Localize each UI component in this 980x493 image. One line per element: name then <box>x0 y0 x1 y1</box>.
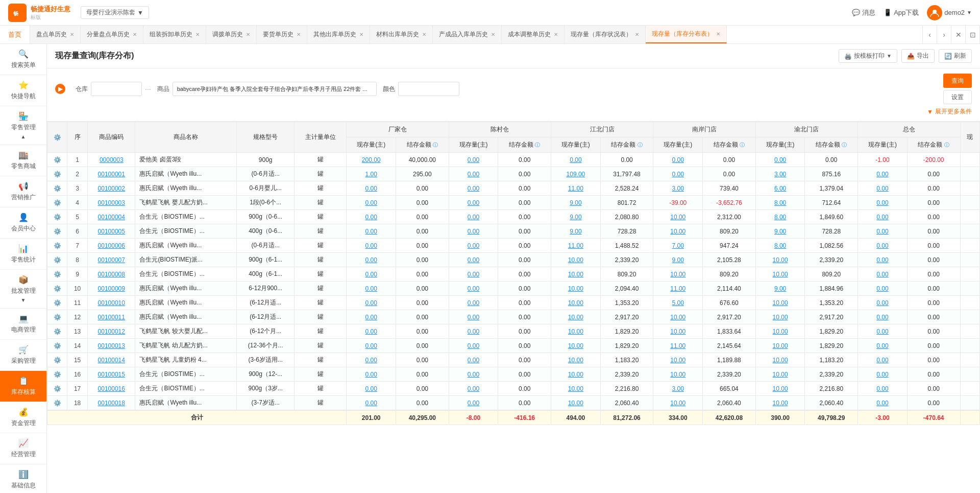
tab-close-stock-status[interactable]: ✕ <box>635 32 639 37</box>
cell-yubei-qty[interactable]: 10.00 <box>755 382 805 396</box>
cell-code[interactable]: 00100010 <box>88 296 135 310</box>
cell-yubei-qty[interactable]: 10.00 <box>755 396 805 411</box>
sidebar-item-basics[interactable]: ℹ️ 基础信息 <box>0 464 46 493</box>
cell-chen-qty[interactable]: 0.00 <box>449 153 498 167</box>
cell-factory-qty[interactable]: 0.00 <box>347 382 396 396</box>
row-settings-icon[interactable]: ⚙️ <box>54 400 61 407</box>
cell-settings[interactable]: ⚙️ <box>47 324 67 339</box>
cell-yubei-qty[interactable]: 3.00 <box>755 167 805 181</box>
cell-code[interactable]: 00100002 <box>88 181 135 196</box>
cell-settings[interactable]: ⚙️ <box>47 210 67 224</box>
tab-prev-btn[interactable]: ‹ <box>923 26 937 44</box>
cell-yubei-qty[interactable]: 8.00 <box>755 210 805 224</box>
cell-total-qty[interactable]: 0.00 <box>858 281 908 296</box>
tab-close-cost-adjust[interactable]: ✕ <box>554 32 558 37</box>
cell-factory-qty[interactable]: 0.00 <box>347 267 396 281</box>
cell-total-qty[interactable]: 0.00 <box>858 367 908 382</box>
tab-stock-distribution[interactable]: 现存量（库存分布表） ✕ <box>646 26 727 43</box>
row-settings-icon[interactable]: ⚙️ <box>54 271 61 278</box>
cell-factory-qty[interactable]: 0.00 <box>347 181 396 196</box>
cell-yubei-qty[interactable]: 8.00 <box>755 196 805 210</box>
cell-chen-qty[interactable]: 0.00 <box>449 396 498 411</box>
cell-yubei-qty[interactable]: 8.00 <box>755 239 805 253</box>
expand-btn[interactable]: ▼ 展开更多条件 <box>927 107 972 116</box>
cell-code[interactable]: 00100004 <box>88 210 135 224</box>
cell-nanan-qty[interactable]: 10.00 <box>653 224 703 239</box>
cell-total-qty[interactable]: 0.00 <box>858 339 908 353</box>
cell-jiangbei-qty[interactable]: 11.00 <box>551 239 601 253</box>
cell-nanan-qty[interactable]: 10.00 <box>653 396 703 411</box>
cell-jiangbei-qty[interactable]: 10.00 <box>551 396 601 411</box>
cell-factory-qty[interactable]: 0.00 <box>347 324 396 339</box>
cell-settings[interactable]: ⚙️ <box>47 196 67 210</box>
cell-total-qty[interactable]: 0.00 <box>858 210 908 224</box>
cell-nanan-qty[interactable]: 7.00 <box>653 239 703 253</box>
cell-nanan-qty[interactable]: 10.00 <box>653 310 703 324</box>
cell-yubei-qty[interactable]: 10.00 <box>755 339 805 353</box>
cell-jiangbei-qty[interactable]: 9.00 <box>551 210 601 224</box>
warehouse-input[interactable] <box>91 82 142 96</box>
cell-code[interactable]: 00100007 <box>88 253 135 267</box>
tab-expand-btn[interactable]: ⊡ <box>966 26 980 44</box>
query-btn[interactable]: 查询 <box>943 74 972 88</box>
cell-chen-qty[interactable]: 0.00 <box>449 181 498 196</box>
cell-jiangbei-qty[interactable]: 10.00 <box>551 324 601 339</box>
tab-home[interactable]: 首页 <box>0 26 30 43</box>
tab-close-all-btn[interactable]: ✕ <box>951 26 966 44</box>
cell-nanan-qty[interactable]: 10.00 <box>653 324 703 339</box>
cell-factory-qty[interactable]: 0.00 <box>347 281 396 296</box>
cell-total-qty[interactable]: 0.00 <box>858 181 908 196</box>
row-settings-icon[interactable]: ⚙️ <box>54 342 61 349</box>
cell-jiangbei-qty[interactable]: 0.00 <box>551 153 601 167</box>
tab-kit-disassemble[interactable]: 组装拆卸单历史 ✕ <box>143 26 206 43</box>
cell-nanan-qty[interactable]: 10.00 <box>653 210 703 224</box>
cell-total-qty[interactable]: 0.00 <box>858 253 908 267</box>
cell-chen-qty[interactable]: 0.00 <box>449 296 498 310</box>
tab-close-other-out[interactable]: ✕ <box>359 32 363 37</box>
cell-settings[interactable]: ⚙️ <box>47 367 67 382</box>
cell-jiangbei-qty[interactable]: 10.00 <box>551 253 601 267</box>
cell-yubei-qty[interactable]: 9.00 <box>755 281 805 296</box>
row-settings-icon[interactable]: ⚙️ <box>54 256 61 264</box>
row-settings-icon[interactable]: ⚙️ <box>54 371 61 378</box>
sidebar-item-retail-stats[interactable]: 📊 零售统计 <box>0 239 46 270</box>
tab-next-btn[interactable]: › <box>937 26 951 44</box>
row-settings-icon[interactable]: ⚙️ <box>54 156 61 163</box>
tab-close-transfer[interactable]: ✕ <box>246 32 250 37</box>
cell-factory-qty[interactable]: 0.00 <box>347 310 396 324</box>
row-settings-icon[interactable]: ⚙️ <box>54 285 61 292</box>
cell-factory-qty[interactable]: 0.00 <box>347 224 396 239</box>
cell-settings[interactable]: ⚙️ <box>47 224 67 239</box>
cell-nanan-qty[interactable]: 3.00 <box>653 181 703 196</box>
cell-jiangbei-qty[interactable]: 10.00 <box>551 339 601 353</box>
sidebar-item-wholesale[interactable]: 📦 批发管理 ▼ <box>0 270 46 309</box>
sidebar-item-search[interactable]: 🔍 搜索英单 <box>0 44 46 75</box>
user-menu[interactable]: demo2 ▼ <box>927 5 972 20</box>
cell-total-qty[interactable]: 0.00 <box>858 382 908 396</box>
sidebar-item-operations[interactable]: 📈 经营管理 <box>0 433 46 464</box>
cell-code[interactable]: 00100014 <box>88 353 135 367</box>
warehouse-dots[interactable]: ··· <box>145 85 151 93</box>
cell-chen-qty[interactable]: 0.00 <box>449 339 498 353</box>
cell-factory-qty[interactable]: 0.00 <box>347 353 396 367</box>
cell-code[interactable]: 00100008 <box>88 267 135 281</box>
cell-code[interactable]: 00100015 <box>88 367 135 382</box>
cell-yubei-qty[interactable]: 0.00 <box>755 153 805 167</box>
cell-settings[interactable]: ⚙️ <box>47 281 67 296</box>
cell-yubei-qty[interactable]: 10.00 <box>755 267 805 281</box>
sidebar-item-inventory[interactable]: 📋 库存核算 <box>0 371 46 402</box>
cell-yubei-qty[interactable]: 10.00 <box>755 353 805 367</box>
cell-code[interactable]: 00100001 <box>88 167 135 181</box>
cell-settings[interactable]: ⚙️ <box>47 181 67 196</box>
tab-partial-count[interactable]: 分量盘点单历史 ✕ <box>81 26 143 43</box>
cell-chen-qty[interactable]: 0.00 <box>449 367 498 382</box>
cell-factory-qty[interactable]: 1.00 <box>347 167 396 181</box>
sidebar-item-purchase[interactable]: 🛒 采购管理 <box>0 340 46 371</box>
setting-btn[interactable]: 设置 <box>943 90 972 104</box>
cell-factory-qty[interactable]: 0.00 <box>347 196 396 210</box>
cell-chen-qty[interactable]: 0.00 <box>449 210 498 224</box>
cell-settings[interactable]: ⚙️ <box>47 339 67 353</box>
tab-inventory-count[interactable]: 盘点单历史 ✕ <box>30 26 81 43</box>
cell-total-qty[interactable]: 0.00 <box>858 353 908 367</box>
cell-settings[interactable]: ⚙️ <box>47 267 67 281</box>
